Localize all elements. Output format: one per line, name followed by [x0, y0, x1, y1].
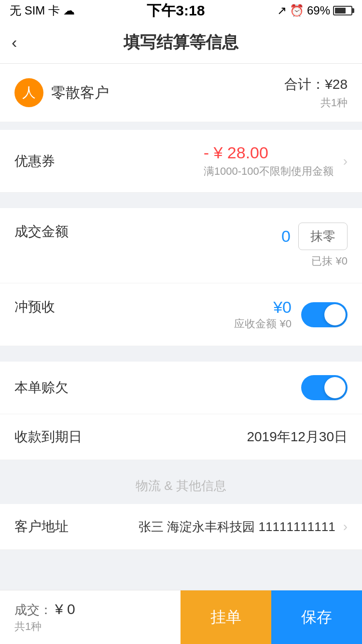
divider-2: [0, 354, 362, 362]
due-date-value: 2019年12月30日: [247, 428, 348, 446]
debt-row: 本单赊欠: [0, 362, 362, 414]
customer-section: 人 零散客户 合计：¥28 共1种: [0, 64, 362, 122]
coupon-section: 优惠券 - ¥ 28.00 满1000-100不限制使用金额 ›: [0, 130, 362, 193]
bottom-trans-label: 成交：: [14, 602, 52, 618]
customer-row[interactable]: 人 零散客户 合计：¥28 共1种: [0, 64, 362, 122]
address-section: 客户地址 张三 海淀永丰科技园 11111111111 ›: [0, 504, 362, 550]
hang-button[interactable]: 挂单: [181, 590, 271, 644]
debt-label: 本单赊欠: [14, 378, 69, 397]
debt-section: 本单赊欠 收款到期日 2019年12月30日: [0, 362, 362, 460]
customer-name: 零散客户: [51, 83, 109, 103]
toggle-knob: [324, 304, 346, 325]
avatar: 人: [14, 78, 43, 107]
address-label: 客户地址: [14, 518, 69, 536]
transaction-sub: 已抹 ¥0: [311, 254, 348, 268]
location-icon: ↗: [277, 4, 287, 17]
coupon-row[interactable]: 优惠券 - ¥ 28.00 满1000-100不限制使用金额 ›: [0, 130, 362, 193]
total-count: 共1种: [284, 96, 348, 110]
prepaid-label: 冲预收: [14, 298, 55, 316]
transaction-value[interactable]: 0: [281, 227, 291, 246]
due-date-label: 收款到期日: [14, 428, 82, 446]
prepaid-sub: 应收金额 ¥0: [234, 317, 292, 331]
status-bar: 无 SIM 卡 ☁ 下午3:18 ↗ ⏰ 69%: [0, 0, 362, 21]
logistics-divider: 物流 & 其他信息: [0, 468, 362, 504]
prepaid-amount: ¥0: [234, 298, 292, 317]
round-button[interactable]: 抹零: [298, 223, 348, 250]
bottom-bar: 成交： ¥ 0 共1种 挂单 保存: [0, 590, 362, 644]
prepaid-row: 冲预收 ¥0 应收金额 ¥0: [0, 283, 362, 346]
total-price: 合计：¥28: [284, 75, 348, 94]
alarm-icon: ⏰: [290, 4, 304, 17]
coupon-right: - ¥ 28.00 满1000-100不限制使用金额 ›: [204, 143, 348, 179]
sim-status: 无 SIM 卡 ☁: [10, 3, 75, 18]
logistics-divider-text: 物流 & 其他信息: [136, 477, 226, 494]
battery-icon: [333, 6, 352, 15]
transaction-row: 成交金额 0 抹零 已抹 ¥0: [0, 208, 362, 283]
prepaid-toggle[interactable]: [301, 302, 348, 327]
nav-bar: ‹ 填写结算等信息: [0, 21, 362, 64]
coupon-label: 优惠券: [14, 152, 55, 170]
customer-left: 人 零散客户: [14, 78, 109, 107]
coupon-desc: 满1000-100不限制使用金额: [204, 164, 334, 179]
bottom-info: 成交： ¥ 0 共1种: [0, 601, 181, 634]
address-chevron-icon: ›: [343, 519, 348, 534]
customer-right: 合计：¥28 共1种: [284, 75, 348, 110]
coupon-amount: - ¥ 28.00: [204, 143, 334, 162]
content: 人 零散客户 合计：¥28 共1种 优惠券 - ¥ 28.00 满1000-10…: [0, 64, 362, 644]
debt-toggle[interactable]: [301, 375, 348, 400]
save-button[interactable]: 保存: [271, 590, 362, 644]
status-time: 下午3:18: [147, 1, 205, 21]
address-row[interactable]: 客户地址 张三 海淀永丰科技园 11111111111 ›: [0, 504, 362, 550]
divider-1: [0, 200, 362, 208]
status-left: 无 SIM 卡 ☁: [10, 3, 75, 18]
debt-toggle-knob: [324, 377, 346, 398]
coupon-chevron-icon: ›: [343, 154, 348, 169]
transaction-section: 成交金额 0 抹零 已抹 ¥0 冲预收 ¥0 应收金额 ¥0: [0, 208, 362, 346]
bottom-trans-amount: ¥ 0: [55, 601, 75, 617]
due-date-row: 收款到期日 2019年12月30日: [0, 414, 362, 460]
back-button[interactable]: ‹: [12, 33, 17, 52]
status-right: ↗ ⏰ 69%: [277, 4, 352, 17]
bottom-count: 共1种: [14, 619, 166, 634]
page-title: 填写结算等信息: [124, 31, 238, 54]
transaction-label: 成交金额: [14, 223, 69, 241]
battery-percent: 69%: [307, 4, 330, 17]
address-value: 张三 海淀永丰科技园 11111111111: [139, 518, 335, 535]
